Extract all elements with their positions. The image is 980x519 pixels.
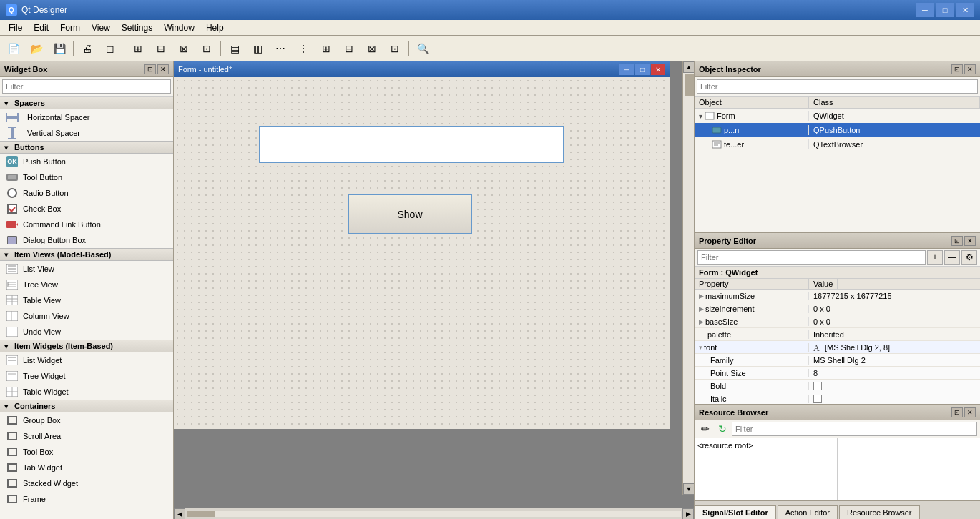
category-spacers[interactable]: Spacers (0, 97, 173, 109)
property-editor-close[interactable]: ✕ (964, 236, 976, 246)
title-bar-controls[interactable]: ─ □ ✕ (916, 3, 974, 17)
object-inspector-filter-input[interactable] (697, 79, 978, 94)
prop-row-italic[interactable]: Italic (695, 392, 980, 404)
toolbar-print[interactable]: 🖨 (77, 39, 98, 59)
widget-item-hspacer[interactable]: Horizontal Spacer (0, 109, 173, 125)
vscroll-up[interactable]: ▲ (683, 61, 694, 73)
toolbar-save[interactable]: 💾 (49, 39, 70, 59)
toolbar-edit-tab[interactable]: ⊡ (196, 39, 217, 59)
sizeincrement-expand[interactable]: ▶ (699, 305, 704, 312)
menu-window[interactable]: Window (158, 21, 200, 34)
bold-checkbox[interactable] (813, 382, 822, 390)
form-minimize-button[interactable]: ─ (619, 64, 634, 75)
object-inspector-controls[interactable]: ⊡ ✕ (951, 64, 976, 74)
prop-row-pointsize[interactable]: Point Size 8 (695, 367, 980, 380)
widget-item-radiobutton[interactable]: Radio Button (0, 185, 173, 201)
widget-item-undoview[interactable]: Undo View (0, 324, 173, 340)
toolbar-edit-buddies[interactable]: ⊠ (173, 39, 195, 59)
menu-view[interactable]: View (86, 21, 116, 34)
widget-item-toolbox[interactable]: Tool Box (0, 444, 173, 460)
widget-item-tableview[interactable]: Table View (0, 292, 173, 308)
canvas-vscrollbar[interactable]: ▲ ▼ (682, 61, 694, 495)
tab-signal-slot[interactable]: Signal/Slot Editor (695, 505, 776, 519)
resource-browser-controls[interactable]: ⊡ ✕ (951, 407, 976, 417)
menu-form[interactable]: Form (54, 21, 86, 34)
prop-row-basesize[interactable]: ▶ baseSize 0 x 0 (695, 315, 980, 328)
hscroll-thumb[interactable] (187, 511, 215, 517)
tab-resource-browser[interactable]: Resource Browser (839, 505, 919, 519)
widget-item-commandlink[interactable]: Command Link Button (0, 217, 173, 232)
resource-browser-close[interactable]: ✕ (964, 407, 976, 417)
widget-item-tablewidget[interactable]: Table Widget (0, 384, 173, 400)
widget-item-columnview[interactable]: Column View (0, 308, 173, 324)
property-add-btn[interactable]: + (927, 250, 943, 265)
toolbar-locate[interactable]: 🔍 (412, 39, 433, 59)
prop-row-font[interactable]: ▾ font A [MS Shell Dlg 2, 8] (695, 341, 980, 354)
inspector-row-form[interactable]: ▾ Form QWidget (695, 109, 980, 123)
hscroll-left[interactable]: ◀ (174, 508, 185, 520)
resource-filter-input[interactable] (732, 422, 977, 436)
object-inspector-close[interactable]: ✕ (964, 64, 976, 74)
object-inspector-float[interactable]: ⊡ (951, 64, 963, 74)
widget-item-tabwidget[interactable]: Tab Widget (0, 460, 173, 475)
maximumsize-expand[interactable]: ▶ (699, 292, 704, 300)
close-button[interactable]: ✕ (956, 3, 974, 17)
prop-row-bold[interactable]: Bold (695, 380, 980, 392)
resource-browser-float[interactable]: ⊡ (951, 407, 963, 417)
form-content[interactable]: Show (174, 77, 670, 429)
widget-box-float[interactable]: ⊡ (144, 64, 156, 74)
widget-item-scrollarea[interactable]: Scroll Area (0, 428, 173, 444)
inspector-row-pushbutton[interactable]: p...n QPushButton (695, 123, 980, 137)
form-show-button[interactable]: Show (348, 194, 472, 234)
category-buttons[interactable]: Buttons (0, 141, 173, 154)
widget-item-treewidget[interactable]: Tree Widget (0, 368, 173, 384)
property-filter-input[interactable] (697, 250, 926, 265)
widget-item-vspacer[interactable]: Vertical Spacer (0, 125, 173, 141)
widget-item-pushbutton[interactable]: OK Push Button (0, 154, 173, 169)
menu-settings[interactable]: Settings (116, 21, 158, 34)
property-editor-float[interactable]: ⊡ (951, 236, 963, 246)
property-configure-btn[interactable]: ⚙ (961, 250, 977, 265)
widget-box-close[interactable]: ✕ (157, 64, 169, 74)
widget-item-toolbutton[interactable]: Tool Button (0, 169, 173, 185)
widget-box-controls[interactable]: ⊡ ✕ (144, 64, 169, 74)
resource-reload-btn[interactable]: ↻ (715, 422, 730, 436)
minimize-button[interactable]: ─ (916, 3, 934, 17)
toolbar-edit-signals[interactable]: ⊟ (150, 39, 172, 59)
menu-file[interactable]: File (3, 21, 28, 34)
category-containers[interactable]: Containers (0, 400, 173, 412)
form-title-controls[interactable]: ─ □ ✕ (619, 64, 665, 75)
vscroll-down[interactable]: ▼ (683, 483, 694, 495)
property-editor-controls[interactable]: ⊡ ✕ (951, 236, 976, 246)
widget-item-dialogbtnbox[interactable]: Dialog Button Box (0, 232, 173, 248)
menu-edit[interactable]: Edit (28, 21, 54, 34)
widget-box-filter-input[interactable] (2, 79, 171, 94)
font-expand[interactable]: ▾ (699, 344, 702, 351)
toolbar-preview[interactable]: ◻ (99, 39, 121, 59)
vscroll-thumb[interactable] (685, 74, 694, 96)
tab-action-editor[interactable]: Action Editor (778, 505, 838, 519)
menu-help[interactable]: Help (200, 21, 230, 34)
form-close-button[interactable]: ✕ (651, 64, 665, 75)
toolbar-layout-grid[interactable]: ⊞ (315, 39, 337, 59)
toolbar-new[interactable]: 📄 (3, 39, 24, 59)
basesize-expand[interactable]: ▶ (699, 318, 704, 325)
hscroll-right[interactable]: ▶ (682, 508, 694, 520)
widget-item-listwidget[interactable]: List Widget (0, 352, 173, 368)
widget-item-listview[interactable]: List View (0, 261, 173, 277)
toolbar-layout-h[interactable]: ▤ (224, 39, 245, 59)
property-remove-btn[interactable]: — (944, 250, 960, 265)
widget-item-checkbox[interactable]: Check Box (0, 201, 173, 217)
toolbar-adjust-size[interactable]: ⊡ (384, 39, 406, 59)
category-itemviews[interactable]: Item Views (Model-Based) (0, 248, 173, 261)
toolbar-open[interactable]: 📂 (26, 39, 47, 59)
resource-edit-btn[interactable]: ✏ (697, 422, 713, 436)
widget-item-treeview[interactable]: Tree View (0, 277, 173, 292)
toolbar-layout-form[interactable]: ⊟ (338, 39, 360, 59)
widget-item-frame[interactable]: Frame (0, 491, 173, 507)
toolbar-edit-widget[interactable]: ⊞ (127, 39, 149, 59)
toolbar-break-layout[interactable]: ⊠ (361, 39, 383, 59)
widget-item-groupbox[interactable]: Group Box (0, 412, 173, 428)
toolbar-layout-vsp[interactable]: ⋮ (293, 39, 314, 59)
italic-checkbox[interactable] (813, 395, 822, 403)
